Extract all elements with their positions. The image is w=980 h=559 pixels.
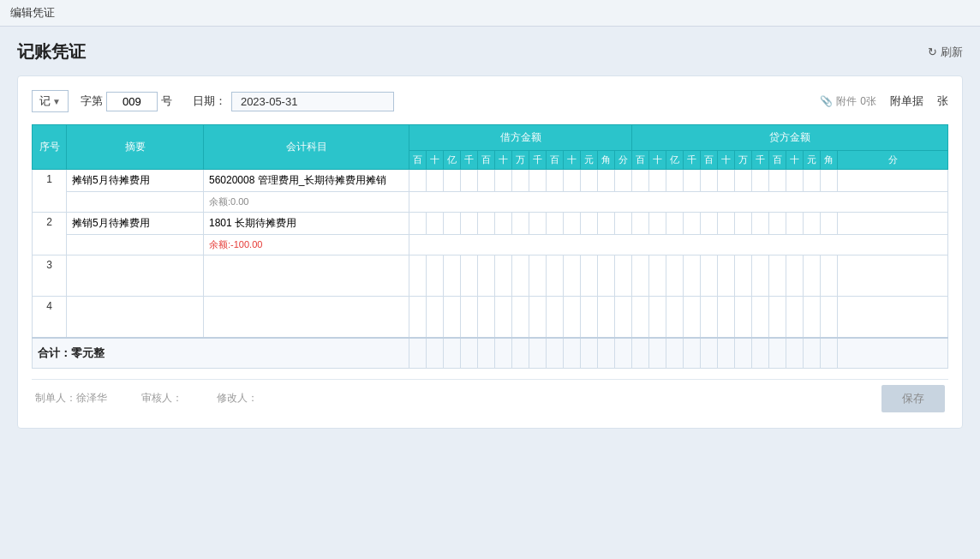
- r1c6[interactable]: [718, 170, 735, 192]
- r2d11[interactable]: [581, 213, 598, 235]
- r1c1[interactable]: [632, 170, 649, 192]
- reviewer-label: 审核人：: [141, 392, 182, 404]
- r1-balance: 余额:0.00: [204, 192, 409, 213]
- r1c2[interactable]: [649, 170, 666, 192]
- credit-col-6: 十: [718, 151, 735, 170]
- r1d13[interactable]: [615, 170, 632, 192]
- r2c11[interactable]: [804, 213, 821, 235]
- r2d9[interactable]: [547, 213, 564, 235]
- row1-account[interactable]: 56020008 管理费用_长期待摊费用摊销: [204, 170, 409, 192]
- r1c8[interactable]: [752, 170, 769, 192]
- r2d6[interactable]: [495, 213, 512, 235]
- row4-account[interactable]: [204, 297, 409, 338]
- fujudan-button[interactable]: 附单据: [890, 93, 923, 109]
- r2d7[interactable]: [512, 213, 529, 235]
- row2-account[interactable]: 1801 长期待摊费用: [204, 213, 409, 235]
- r1c3[interactable]: [666, 170, 684, 192]
- creator-label: 制单人：: [35, 392, 76, 404]
- row4-seq: 4: [33, 297, 67, 338]
- table-row-balance: 余额:-100.00: [33, 235, 948, 255]
- r1d3[interactable]: [444, 170, 461, 192]
- row3-seq: 3: [33, 255, 67, 297]
- r1d6[interactable]: [495, 170, 512, 192]
- r1c12[interactable]: [821, 170, 838, 192]
- r2d5[interactable]: [478, 213, 495, 235]
- voucher-header-right: 📎 附件 0张 附单据 张: [820, 93, 948, 109]
- r1d10[interactable]: [564, 170, 581, 192]
- row2-summary[interactable]: 摊销5月待摊费用: [67, 213, 204, 235]
- credit-col-5: 百: [701, 151, 718, 170]
- r2c1[interactable]: [632, 213, 649, 235]
- r2c6[interactable]: [718, 213, 735, 235]
- modifier-label: 修改人：: [217, 392, 258, 404]
- date-input[interactable]: [231, 92, 394, 111]
- r2c13[interactable]: [838, 213, 948, 235]
- r1d1[interactable]: [409, 170, 427, 192]
- r1c4[interactable]: [684, 170, 701, 192]
- r2c8[interactable]: [752, 213, 769, 235]
- debit-col-6: 十: [495, 151, 512, 170]
- credit-col-9: 百: [769, 151, 786, 170]
- attachment-icon: 📎: [820, 95, 833, 107]
- debit-col-1: 百: [409, 151, 427, 170]
- r1c7[interactable]: [735, 170, 752, 192]
- row3-account[interactable]: [204, 255, 409, 297]
- r1d9[interactable]: [547, 170, 564, 192]
- refresh-button[interactable]: ↻ 刷新: [928, 45, 963, 60]
- credit-col-2: 十: [649, 151, 666, 170]
- r2c3[interactable]: [666, 213, 684, 235]
- r2c2[interactable]: [649, 213, 666, 235]
- attachment-count: 0张: [860, 94, 876, 109]
- r2d4[interactable]: [461, 213, 478, 235]
- r1d2[interactable]: [427, 170, 444, 192]
- credit-col-1: 百: [632, 151, 649, 170]
- r1d5[interactable]: [478, 170, 495, 192]
- r1d7[interactable]: [512, 170, 529, 192]
- r2d8[interactable]: [529, 213, 547, 235]
- r1c13[interactable]: [838, 170, 948, 192]
- attachment-label: 附件: [836, 94, 857, 109]
- debit-col-10: 十: [564, 151, 581, 170]
- credit-col-13: 分: [838, 151, 948, 170]
- r1c10[interactable]: [786, 170, 804, 192]
- row4-summary[interactable]: [67, 297, 204, 338]
- r2c9[interactable]: [769, 213, 786, 235]
- total-text: 合计：零元整: [38, 346, 105, 359]
- r1d8[interactable]: [529, 170, 547, 192]
- save-section: 保存: [881, 385, 945, 412]
- r1c5[interactable]: [701, 170, 718, 192]
- save-button[interactable]: 保存: [881, 385, 945, 412]
- r2d2[interactable]: [427, 213, 444, 235]
- ji-selector[interactable]: 记 ▼: [32, 90, 69, 112]
- r2d12[interactable]: [598, 213, 615, 235]
- row1-summary[interactable]: 摊销5月待摊费用: [67, 170, 204, 192]
- r1d12[interactable]: [598, 170, 615, 192]
- credit-col-10: 十: [786, 151, 804, 170]
- debit-col-2: 十: [427, 151, 444, 170]
- zi-label: 字第: [81, 93, 103, 109]
- r1d11[interactable]: [581, 170, 598, 192]
- r2d13[interactable]: [615, 213, 632, 235]
- title-bar-label: 编辑凭证: [10, 6, 55, 19]
- r2c7[interactable]: [735, 213, 752, 235]
- header-seq: 序号: [33, 125, 67, 170]
- r1c11[interactable]: [804, 170, 821, 192]
- hao-label: 号: [161, 93, 172, 109]
- r2d10[interactable]: [564, 213, 581, 235]
- r2c4[interactable]: [684, 213, 701, 235]
- voucher-card: 记 ▼ 字第 号 日期： 📎 附件 0张 附单据 张: [17, 75, 963, 429]
- credit-col-11: 元: [804, 151, 821, 170]
- debit-col-12: 角: [598, 151, 615, 170]
- r2d3[interactable]: [444, 213, 461, 235]
- r2c5[interactable]: [701, 213, 718, 235]
- r2-balance-summary: [67, 235, 204, 255]
- balance-text-2: 余额:-100.00: [209, 239, 262, 249]
- r1d4[interactable]: [461, 170, 478, 192]
- r2d1[interactable]: [409, 213, 427, 235]
- r1-balance-summary: [67, 192, 204, 213]
- r2c10[interactable]: [786, 213, 804, 235]
- zi-number-input[interactable]: [106, 92, 158, 111]
- r2c12[interactable]: [821, 213, 838, 235]
- row3-summary[interactable]: [67, 255, 204, 297]
- r1c9[interactable]: [769, 170, 786, 192]
